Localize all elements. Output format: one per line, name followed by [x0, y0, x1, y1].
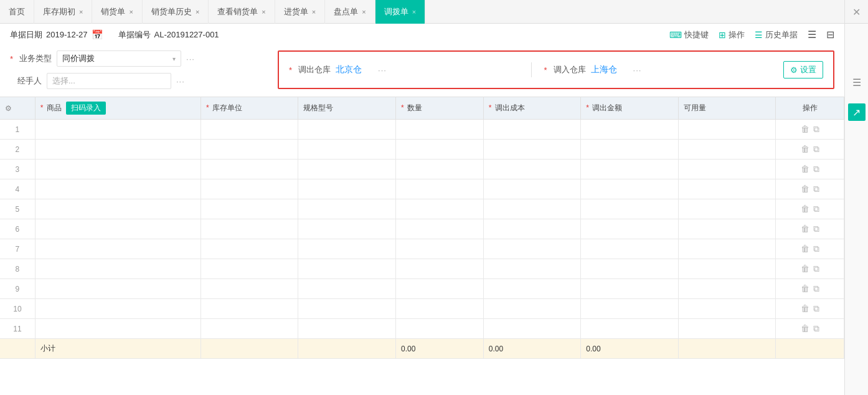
cell-product-11[interactable]: [35, 319, 200, 339]
cell-cost-8[interactable]: [483, 259, 581, 279]
copy-icon-row3[interactable]: ⧉: [813, 164, 819, 174]
cell-quantity-11[interactable]: [395, 319, 483, 339]
cell-amount-9[interactable]: [581, 279, 679, 299]
copy-icon-row9[interactable]: ⧉: [813, 283, 819, 294]
layout-toggle-2[interactable]: ⊟: [826, 29, 834, 40]
cell-available-8[interactable]: [678, 259, 776, 279]
cell-unit-4[interactable]: [200, 179, 298, 199]
cell-cost-11[interactable]: [483, 319, 581, 339]
delete-icon-row10[interactable]: 🗑: [801, 303, 809, 314]
handler-more[interactable]: ···: [176, 77, 185, 86]
cell-product-7[interactable]: [35, 239, 200, 259]
copy-icon-row8[interactable]: ⧉: [813, 264, 819, 274]
setting-button[interactable]: ⚙ 设置: [783, 61, 823, 79]
cell-product-3[interactable]: [35, 159, 200, 179]
cell-unit-2[interactable]: [200, 140, 298, 159]
history-tool[interactable]: ☰ 历史单据: [755, 29, 798, 40]
copy-icon-row4[interactable]: ⧉: [813, 184, 819, 194]
cell-spec-7[interactable]: [298, 239, 396, 259]
tab-inventory-init[interactable]: 库存期初×: [34, 0, 92, 24]
cell-available-2[interactable]: [678, 140, 776, 159]
cell-available-6[interactable]: [678, 219, 776, 239]
cell-amount-8[interactable]: [581, 259, 679, 279]
cell-cost-3[interactable]: [483, 159, 581, 179]
delete-icon-row3[interactable]: 🗑: [801, 164, 809, 174]
delete-icon-row8[interactable]: 🗑: [801, 264, 809, 274]
tab-purchase-order[interactable]: 进货单×: [275, 0, 325, 24]
cell-amount-7[interactable]: [581, 239, 679, 259]
cell-available-9[interactable]: [678, 279, 776, 299]
cell-unit-8[interactable]: [200, 259, 298, 279]
cell-unit-1[interactable]: [200, 120, 298, 140]
tab-close-stock-take[interactable]: ×: [362, 8, 366, 16]
delete-icon-row11[interactable]: 🗑: [801, 323, 809, 334]
delete-icon-row4[interactable]: 🗑: [801, 184, 809, 194]
copy-icon-row10[interactable]: ⧉: [813, 303, 819, 314]
business-type-more[interactable]: ···: [186, 54, 195, 64]
cell-cost-9[interactable]: [483, 279, 581, 299]
cell-unit-6[interactable]: [200, 219, 298, 239]
cell-quantity-3[interactable]: [395, 159, 483, 179]
delete-icon-row2[interactable]: 🗑: [801, 144, 809, 155]
cell-product-2[interactable]: [35, 140, 200, 159]
tab-sales-order[interactable]: 销货单×: [92, 0, 142, 24]
delete-icon-row5[interactable]: 🗑: [801, 204, 809, 214]
tab-home[interactable]: 首页: [0, 0, 34, 24]
cell-available-7[interactable]: [678, 239, 776, 259]
cell-available-1[interactable]: [678, 120, 776, 140]
cell-spec-9[interactable]: [298, 279, 396, 299]
delete-icon-row1[interactable]: 🗑: [801, 124, 809, 135]
cell-amount-2[interactable]: [581, 140, 679, 159]
cell-product-5[interactable]: [35, 199, 200, 219]
cell-product-8[interactable]: [35, 259, 200, 279]
delete-icon-row6[interactable]: 🗑: [801, 224, 809, 234]
source-warehouse-more[interactable]: ···: [378, 65, 387, 75]
operate-tool[interactable]: ⊞ 操作: [719, 29, 745, 40]
cell-product-9[interactable]: [35, 279, 200, 299]
scan-button[interactable]: 扫码录入: [66, 102, 106, 115]
cell-spec-5[interactable]: [298, 199, 396, 219]
cell-spec-6[interactable]: [298, 219, 396, 239]
cell-cost-6[interactable]: [483, 219, 581, 239]
cell-quantity-5[interactable]: [395, 199, 483, 219]
cell-cost-2[interactable]: [483, 140, 581, 159]
copy-icon-row1[interactable]: ⧉: [813, 124, 819, 135]
cell-amount-5[interactable]: [581, 199, 679, 219]
cell-unit-3[interactable]: [200, 159, 298, 179]
window-close-button[interactable]: ✕: [844, 0, 868, 24]
cell-product-1[interactable]: [35, 120, 200, 140]
tab-close-sales-history[interactable]: ×: [196, 8, 199, 16]
delete-icon-row7[interactable]: 🗑: [801, 244, 809, 254]
tab-close-purchase-order[interactable]: ×: [312, 8, 316, 16]
cell-available-11[interactable]: [678, 319, 776, 339]
cell-unit-7[interactable]: [200, 239, 298, 259]
cell-cost-7[interactable]: [483, 239, 581, 259]
cell-unit-11[interactable]: [200, 319, 298, 339]
cell-spec-11[interactable]: [298, 319, 396, 339]
copy-icon-row11[interactable]: ⧉: [813, 323, 819, 334]
copy-icon-row6[interactable]: ⧉: [813, 224, 819, 234]
cell-unit-10[interactable]: [200, 299, 298, 319]
cell-quantity-9[interactable]: [395, 279, 483, 299]
copy-icon-row7[interactable]: ⧉: [813, 244, 819, 254]
cell-unit-9[interactable]: [200, 279, 298, 299]
tab-sales-history[interactable]: 销货单历史×: [143, 0, 209, 24]
cell-quantity-2[interactable]: [395, 140, 483, 159]
tab-view-sales[interactable]: 查看销货单×: [209, 0, 275, 24]
cell-spec-10[interactable]: [298, 299, 396, 319]
cell-spec-8[interactable]: [298, 259, 396, 279]
sidebar-export-icon[interactable]: ↗: [848, 103, 866, 121]
cell-amount-1[interactable]: [581, 120, 679, 140]
shortcut-tool[interactable]: ⌨ 快捷键: [669, 29, 709, 40]
cell-quantity-10[interactable]: [395, 299, 483, 319]
cell-cost-10[interactable]: [483, 299, 581, 319]
cell-product-6[interactable]: [35, 219, 200, 239]
cell-quantity-8[interactable]: [395, 259, 483, 279]
cell-amount-4[interactable]: [581, 179, 679, 199]
target-warehouse-more[interactable]: ···: [633, 65, 642, 75]
cell-quantity-6[interactable]: [395, 219, 483, 239]
cell-product-10[interactable]: [35, 299, 200, 319]
cell-available-10[interactable]: [678, 299, 776, 319]
sidebar-list-icon[interactable]: ☰: [848, 74, 866, 91]
cell-product-4[interactable]: [35, 179, 200, 199]
